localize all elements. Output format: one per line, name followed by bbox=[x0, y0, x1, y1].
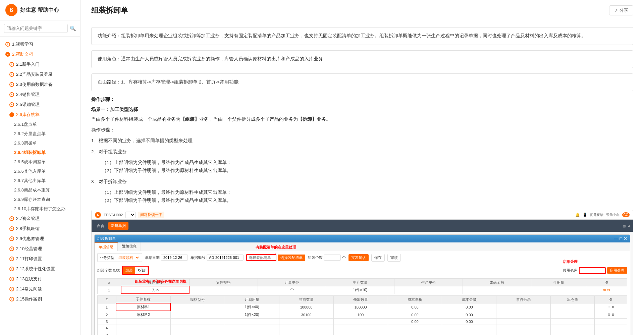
nav-tree: + 1.视频学习− 2.帮助文档+ 2.1新手入门+ 2.2产品安装及登录+ 2… bbox=[0, 37, 80, 335]
sidebar-item-s2-1[interactable]: + 2.1新手入门 bbox=[0, 59, 80, 69]
sidebar-item-s2-13[interactable]: + 2.13在线支付 bbox=[0, 274, 80, 284]
intro-block-1: 功能介绍：组装拆卸单用来处理企业组装或拆卸等加工业务，支持有固定装配清单的产品加… bbox=[91, 27, 633, 45]
page-title: 组装拆卸单 bbox=[91, 5, 128, 15]
search-button[interactable]: 🔍 bbox=[70, 25, 76, 32]
plus-icon: + bbox=[9, 72, 14, 77]
sidebar-item-s2-7[interactable]: + 2.7资金管理 bbox=[0, 214, 80, 224]
ss-window-controls: — □ ✕ bbox=[614, 236, 627, 241]
ss-th-sub-plan: 计划用量 bbox=[225, 296, 279, 303]
logo: 6 bbox=[5, 4, 17, 16]
ss-app-id: TEST-H002 bbox=[104, 213, 123, 217]
ss-max[interactable]: □ bbox=[620, 236, 622, 241]
ss-th-sub-entry: 事件分录 bbox=[496, 296, 551, 303]
ss-main-window: 组装拆卸单 — □ ✕ 单据信息 附加信息 bbox=[94, 234, 630, 335]
main-header: 组装拆卸单 ↗ 分享 bbox=[80, 0, 644, 19]
search-input[interactable] bbox=[4, 24, 68, 33]
ss-th-action: ⚙ bbox=[586, 279, 627, 286]
screenshot-inner: 6 TEST-H002 问题反馈一下 🔔 📱 问题反馈 帮助中心 CC bbox=[92, 210, 633, 335]
share-icon: ↗ bbox=[614, 8, 618, 13]
sidebar-item-s2-6-3[interactable]: 2.6.3调拨单 bbox=[0, 138, 80, 148]
ss-btn-disassemble[interactable]: 拆卸 bbox=[136, 267, 148, 274]
sidebar: 6 好生意 帮助中心 🔍 + 1.视频学习− 2.帮助文档+ 2.1新手入门+ … bbox=[0, 0, 80, 335]
sidebar-item-s2-10[interactable]: + 2.10经营管理 bbox=[0, 244, 80, 254]
ss-min[interactable]: — bbox=[614, 236, 618, 241]
sidebar-item-s2-6-1[interactable]: 2.6.1盘点单 bbox=[0, 120, 80, 129]
nav-label: 2.8手机旺铺 bbox=[16, 226, 40, 232]
ss-warehouse-btn[interactable]: 启用处理 bbox=[607, 267, 627, 274]
sidebar-item-s2-9[interactable]: + 2.9优惠券管理 bbox=[0, 234, 80, 244]
ss-num-input[interactable] bbox=[207, 255, 244, 261]
ss-nav-icon2[interactable]: ↺ bbox=[628, 224, 630, 228]
sidebar-item-s2-6-2[interactable]: 2.6.2分量盘点单 bbox=[0, 129, 80, 138]
plus-icon: + bbox=[9, 246, 14, 251]
nav-label: 2.5采购管理 bbox=[16, 102, 40, 108]
nav-label: 1.视频学习 bbox=[12, 41, 33, 47]
sidebar-item-s2-6[interactable]: − 2.6库存核算 bbox=[0, 110, 80, 120]
sidebar-item-s2-6-8[interactable]: 2.6.8商品成本重算 bbox=[0, 185, 80, 195]
minus-icon: − bbox=[9, 112, 14, 117]
sidebar-item-s2-6-7[interactable]: 2.6.7其他出库单 bbox=[0, 176, 80, 185]
ss-count-input[interactable] bbox=[324, 255, 341, 261]
sidebar-item-s2-6-5[interactable]: 2.6.5成本调整单 bbox=[0, 157, 80, 167]
intro-text-1: 功能介绍：组装拆卸单用来处理企业组装或拆卸等加工业务，支持有固定装配清单的产品加… bbox=[98, 32, 627, 40]
sidebar-item-s2-3[interactable]: + 2.3使用前数据准备 bbox=[0, 79, 80, 90]
ss-date-field: 单据日期 bbox=[145, 255, 188, 261]
screenshot-container: 6 TEST-H002 问题反馈一下 🔔 📱 问题反馈 帮助中心 CC bbox=[91, 210, 633, 335]
ss-bom-input[interactable] bbox=[246, 254, 276, 261]
sidebar-item-s2-12[interactable]: + 2.12系统个性化设置 bbox=[0, 264, 80, 274]
ss-btn-assemble[interactable]: 组装 bbox=[123, 267, 135, 274]
ss-th-price: 生产单价 bbox=[394, 279, 463, 286]
sidebar-item-s2-4[interactable]: + 2.4销售管理 bbox=[0, 90, 80, 100]
ss-bom-btn[interactable]: 选择装配清单 bbox=[278, 255, 305, 261]
sidebar-item-s2[interactable]: − 2.帮助文档 bbox=[0, 49, 80, 59]
sidebar-item-s1[interactable]: + 1.视频学习 bbox=[0, 39, 80, 49]
sidebar-item-s2-14[interactable]: + 2.14常见问题 bbox=[0, 284, 80, 294]
sidebar-item-s2-15[interactable]: + 2.15操作案例 bbox=[0, 294, 80, 304]
plus-icon: + bbox=[9, 236, 14, 241]
plus-icon: + bbox=[9, 92, 14, 97]
step3-1: （1）上部明细为父件明细，最终作为原材料生成其它出库单； bbox=[99, 188, 633, 197]
ss-close[interactable]: ✕ bbox=[624, 236, 627, 241]
intro-text-2: 使用角色：通常由生产人员或库管人员完成拆装业务的操作，库管人员确认原材料的出库和… bbox=[98, 55, 627, 63]
plus-icon: + bbox=[9, 267, 14, 271]
ss-th-sub-action: ⚙ bbox=[595, 296, 627, 303]
ss-th-sub-out: 领出数量 bbox=[333, 296, 388, 303]
table-row: 1 原材料1 1(件×40) 100000 100000 0.00 0.00 bbox=[98, 303, 627, 311]
ss-content: 组装拆卸单 — □ ✕ 单据信息 附加信息 bbox=[92, 232, 633, 335]
nav-label: 2.9优惠券管理 bbox=[16, 236, 44, 242]
intro-block-2: 使用角色：通常由生产人员或库管人员完成拆装业务的操作，库管人员确认原材料的出库和… bbox=[91, 50, 633, 68]
ss-tab-detail[interactable]: 附加信息 bbox=[118, 242, 141, 251]
ss-new-order[interactable]: 问题反馈一下 bbox=[138, 212, 164, 218]
ss-form-toolbar: 业务类型 组装领料 拆卸领料 单据日期 单 bbox=[95, 251, 630, 264]
ss-approve-btn[interactable]: 审核 bbox=[387, 254, 401, 262]
sidebar-item-s2-6-4[interactable]: 2.6.4组装拆卸单 bbox=[0, 148, 80, 157]
ss-selector[interactable] bbox=[125, 212, 136, 218]
step1: 1、根据不同的业务，选择不同单据的类型来处理 bbox=[91, 137, 633, 145]
ss-btn-help[interactable]: 帮助中心 bbox=[606, 213, 620, 217]
sidebar-item-s2-5[interactable]: + 2.5采购管理 bbox=[0, 100, 80, 110]
plus-icon: + bbox=[9, 277, 14, 281]
ss-th-parent-spec: 父件规格 bbox=[189, 279, 258, 286]
ss-nav-icon1[interactable]: ▤ bbox=[623, 224, 626, 228]
ss-btn-cc[interactable]: CC bbox=[622, 212, 630, 217]
ss-logo: 6 bbox=[95, 212, 101, 218]
sidebar-item-s2-6-9[interactable]: 2.6.9库存账本查询 bbox=[0, 195, 80, 204]
ss-tab-main[interactable]: 单据信息 bbox=[95, 242, 118, 251]
sidebar-item-s2-11[interactable]: + 2.11打印设置 bbox=[0, 254, 80, 264]
sidebar-item-s2-2[interactable]: + 2.2产品安装及登录 bbox=[0, 69, 80, 79]
sidebar-item-s2-6-10[interactable]: 2.6.10库存账本错了怎么办 bbox=[0, 204, 80, 214]
ss-date-input[interactable] bbox=[161, 255, 188, 261]
share-button[interactable]: ↗ 分享 bbox=[609, 5, 633, 15]
annotation-arrow-1: ↓ bbox=[275, 252, 277, 256]
ss-save-btn[interactable]: 保存 bbox=[371, 254, 385, 262]
sidebar-item-s2-6-6[interactable]: 2.6.6其他入库单 bbox=[0, 167, 80, 176]
sidebar-item-s2-8[interactable]: + 2.8手机旺铺 bbox=[0, 224, 80, 234]
ss-type-dropdown[interactable]: 组装领料 拆卸领料 bbox=[116, 255, 140, 261]
ss-btn-feedback[interactable]: 问题反馈 bbox=[590, 213, 603, 217]
ss-confirm-btn[interactable]: 实发确认 bbox=[348, 254, 369, 261]
ss-lower-table: # 子件名称 规格型号 计划用量 当前数量 领出数量 成本单价 成本金额 事件分 bbox=[97, 295, 627, 335]
ss-nav-home[interactable]: 自贡 bbox=[94, 222, 107, 230]
ss-nav-new[interactable]: 新建单据 bbox=[108, 222, 128, 230]
ss-warehouse-input[interactable] bbox=[579, 267, 606, 274]
plus-icon: + bbox=[9, 102, 14, 107]
